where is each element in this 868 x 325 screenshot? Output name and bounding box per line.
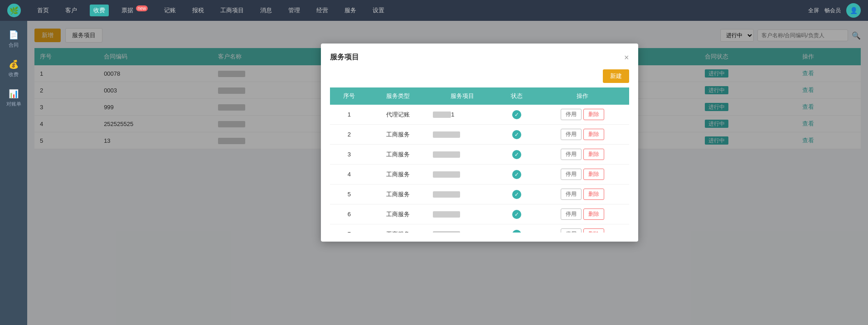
modal-row-item <box>427 165 497 184</box>
modal-table-header: 序号 服务类型 服务项目 状态 操作 <box>330 87 629 105</box>
stop-btn[interactable]: 停用 <box>561 129 582 140</box>
sidebar-item-fee[interactable]: 💰 收费 <box>0 55 27 82</box>
modal-close-btn[interactable]: × <box>624 53 629 62</box>
modal-table-row: 5 工商服务 ✓ 停用 删除 <box>330 184 629 204</box>
status-check-icon: ✓ <box>512 170 521 179</box>
modal-row-seq: 2 <box>330 125 369 145</box>
modal-row-item: 1 <box>427 105 497 125</box>
modal-col-item: 服务项目 <box>427 87 497 105</box>
modal-row-actions: 停用 删除 <box>536 145 629 165</box>
modal-table-row: 7 工商服务 ✓ 停用 删除 <box>330 224 629 233</box>
modal-new-btn[interactable]: 新建 <box>603 69 629 83</box>
modal-row-seq: 6 <box>330 204 369 224</box>
modal-row-type: 工商服务 <box>369 145 427 165</box>
modal-table-row: 6 工商服务 ✓ 停用 删除 <box>330 204 629 224</box>
main-content: 新增 服务项目 进行中已结束全部 🔍 序号 合同编码 客户名称 服务项目▲ 服务… <box>27 21 868 325</box>
nav-manage[interactable]: 管理 <box>285 5 304 16</box>
modal-row-actions: 停用 删除 <box>536 165 629 184</box>
nav-home[interactable]: 首页 <box>34 5 53 16</box>
status-check-icon: ✓ <box>512 110 521 119</box>
sidebar-item-reconciliation[interactable]: 📊 对账单 <box>0 84 27 112</box>
stop-btn[interactable]: 停用 <box>561 149 582 160</box>
status-check-icon: ✓ <box>512 130 521 139</box>
modal-row-actions: 停用 删除 <box>536 204 629 224</box>
modal-table-row: 2 工商服务 ✓ 停用 删除 <box>330 125 629 145</box>
modal-row-status: ✓ <box>497 204 536 224</box>
modal-title: 服务项目 <box>330 53 359 62</box>
sidebar: 📄 合同 💰 收费 📊 对账单 <box>0 21 27 325</box>
nav-message[interactable]: 消息 <box>257 5 276 16</box>
modal-row-status: ✓ <box>497 145 536 165</box>
main-layout: 📄 合同 💰 收费 📊 对账单 新增 服务项目 进行中已结束全部 🔍 <box>0 21 868 325</box>
modal-row-actions: 停用 删除 <box>536 105 629 125</box>
stop-btn[interactable]: 停用 <box>561 189 582 200</box>
nav-customer[interactable]: 客户 <box>62 5 81 16</box>
nav-bookkeeping[interactable]: 记账 <box>160 5 179 16</box>
delete-btn[interactable]: 删除 <box>583 109 604 120</box>
modal-row-actions: 停用 删除 <box>536 125 629 145</box>
modal-row-seq: 4 <box>330 165 369 184</box>
sidebar-item-contract[interactable]: 📄 合同 <box>0 25 27 53</box>
contract-icon: 📄 <box>9 30 19 40</box>
modal-row-item <box>427 204 497 224</box>
modal-col-type: 服务类型 <box>369 87 427 105</box>
modal-table-row: 1 代理记账 1 ✓ 停用 删除 <box>330 105 629 125</box>
modal-row-status: ✓ <box>497 105 536 125</box>
modal-row-type: 工商服务 <box>369 204 427 224</box>
modal-table-row: 3 工商服务 ✓ 停用 删除 <box>330 145 629 165</box>
app-logo: 🌿 <box>7 4 21 17</box>
modal-row-status: ✓ <box>497 224 536 233</box>
avatar[interactable]: 👤 <box>846 3 861 18</box>
modal-row-item <box>427 125 497 145</box>
status-check-icon: ✓ <box>512 210 521 219</box>
stop-btn[interactable]: 停用 <box>561 109 582 120</box>
modal-row-seq: 7 <box>330 224 369 233</box>
nav-settings[interactable]: 设置 <box>369 5 388 16</box>
fullscreen-btn[interactable]: 全屏 <box>808 7 819 15</box>
modal-row-actions: 停用 删除 <box>536 184 629 204</box>
delete-btn[interactable]: 删除 <box>583 228 604 233</box>
modal-row-type: 工商服务 <box>369 224 427 233</box>
delete-btn[interactable]: 删除 <box>583 189 604 200</box>
modal-header: 服务项目 × <box>330 53 629 62</box>
delete-btn[interactable]: 删除 <box>583 169 604 180</box>
modal-row-item <box>427 224 497 233</box>
modal-row-status: ✓ <box>497 184 536 204</box>
nav-right-actions: 全屏 畅会员 👤 <box>808 3 861 18</box>
delete-btn[interactable]: 删除 <box>583 129 604 140</box>
service-items-modal: 服务项目 × 新建 序号 服务类型 服务项目 状态 操作 <box>321 44 638 242</box>
nav-tax[interactable]: 报税 <box>189 5 208 16</box>
modal-row-status: ✓ <box>497 125 536 145</box>
nav-fee[interactable]: 收费 <box>90 5 109 16</box>
top-navigation: 🌿 首页 客户 收费 票据 new 记账 报税 工商项目 消息 管理 经营 服务… <box>0 0 868 21</box>
service-items-table: 序号 服务类型 服务项目 状态 操作 1 代理记账 1 ✓ 停用 删除 2 <box>330 87 629 233</box>
modal-row-actions: 停用 删除 <box>536 224 629 233</box>
stop-btn[interactable]: 停用 <box>561 169 582 180</box>
new-badge: new <box>136 5 148 11</box>
modal-row-type: 工商服务 <box>369 125 427 145</box>
modal-row-seq: 5 <box>330 184 369 204</box>
status-check-icon: ✓ <box>512 150 521 159</box>
modal-table-row: 4 工商服务 ✓ 停用 删除 <box>330 165 629 184</box>
delete-btn[interactable]: 删除 <box>583 149 604 160</box>
nav-service[interactable]: 服务 <box>341 5 360 16</box>
fee-icon: 💰 <box>9 59 19 69</box>
nav-commerce[interactable]: 工商项目 <box>217 5 247 16</box>
stop-btn[interactable]: 停用 <box>561 228 582 233</box>
modal-row-type: 工商服务 <box>369 165 427 184</box>
modal-row-item <box>427 184 497 204</box>
status-check-icon: ✓ <box>512 190 521 199</box>
reconciliation-icon: 📊 <box>9 89 19 99</box>
nav-operation[interactable]: 经营 <box>313 5 332 16</box>
modal-row-seq: 3 <box>330 145 369 165</box>
modal-row-item <box>427 145 497 165</box>
nav-invoice[interactable]: 票据 new <box>118 4 151 16</box>
modal-table-scroll[interactable]: 序号 服务类型 服务项目 状态 操作 1 代理记账 1 ✓ 停用 删除 2 <box>330 87 629 233</box>
member-btn[interactable]: 畅会员 <box>824 7 841 15</box>
delete-btn[interactable]: 删除 <box>583 209 604 220</box>
modal-row-seq: 1 <box>330 105 369 125</box>
modal-col-status: 状态 <box>497 87 536 105</box>
modal-row-type: 代理记账 <box>369 105 427 125</box>
stop-btn[interactable]: 停用 <box>561 209 582 220</box>
modal-col-seq: 序号 <box>330 87 369 105</box>
